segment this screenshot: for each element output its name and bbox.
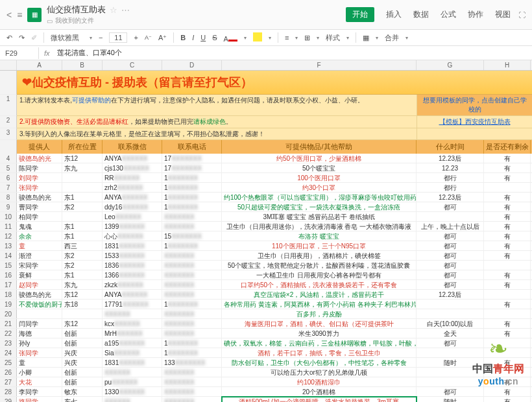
select-all[interactable] (0, 60, 17, 70)
cell[interactable]: 有 (484, 154, 531, 163)
cell[interactable]: 兴庆 (62, 358, 103, 367)
row-num[interactable]: 20 (0, 309, 17, 318)
cell[interactable]: 赵同学 (17, 280, 62, 289)
row-num[interactable]: 14 (0, 251, 17, 260)
tab-start[interactable]: 开始 (346, 7, 374, 22)
cell[interactable]: 布洛芬 暖宝宝 (222, 231, 417, 241)
cell[interactable]: 随时 (417, 397, 484, 402)
cell[interactable]: 海量医用口罩，酒精，碘伏、创口贴（还可提供茶叶 (222, 319, 417, 328)
cell[interactable]: XXXXXXX (162, 280, 222, 289)
cell[interactable]: 鬼魂 (17, 222, 62, 231)
cell[interactable] (62, 173, 103, 182)
cell[interactable]: 110个医用口罩，三十个N95口罩 (222, 241, 417, 250)
col-G[interactable]: G (417, 60, 484, 70)
row-num[interactable]: 6 (0, 173, 17, 182)
cell[interactable]: 1831XXXXXX (103, 241, 162, 250)
table-row[interactable]: 6刘同学RRXXXXXX1XXXXXXX100个医用口罩都行有 (0, 173, 532, 183)
cell[interactable]: 东2 (62, 202, 103, 211)
cell[interactable]: zkzkXXXXXX (103, 280, 162, 289)
cell[interactable]: 100个医用口罩 (222, 173, 417, 182)
cell[interactable]: 孙ly (17, 338, 62, 348)
cell[interactable]: 有 (484, 397, 531, 402)
cell[interactable]: 17XXXXXXX (162, 154, 222, 163)
cell[interactable]: 碘伏，双氧水，棉签，云南白药，三金桂林咽喉糖，甲钴胺，叶酸，胃药 (222, 338, 417, 348)
cell[interactable]: 133XXXXXXX (162, 358, 222, 367)
border-button[interactable]: ⊞ (304, 34, 310, 42)
cell[interactable]: 50个暖宝宝，地贫靶他定分散片，盐酸西替利嗪，莲花清瘟胶囊 (222, 261, 417, 270)
merge-button[interactable]: 合并 (385, 33, 399, 43)
align-button[interactable]: ≡ (285, 34, 289, 41)
cell[interactable]: 有 (484, 222, 531, 231)
cell[interactable]: 东1 (62, 270, 103, 279)
cell[interactable]: 都可 (417, 202, 484, 211)
cell[interactable]: SiaXXXXXX (103, 348, 162, 357)
row-num[interactable]: 9 (0, 202, 17, 211)
tab-collab[interactable]: 协作 (468, 9, 483, 20)
cell[interactable]: 柏同学 (17, 212, 62, 221)
cell[interactable] (484, 290, 531, 299)
row-num[interactable]: 7 (0, 183, 17, 192)
row-num[interactable]: 21 (0, 319, 17, 328)
cell[interactable]: 1XXXXXXX (162, 202, 222, 211)
cell[interactable]: 东12 (62, 290, 103, 299)
underline-button[interactable]: U (200, 34, 206, 41)
cell[interactable]: 各种常用药 黄连素，阿莫西林，有两个小药箱 各种夹子 利巴韦林片，吗丁啉，感冒灵… (222, 300, 417, 309)
cell[interactable] (62, 309, 103, 318)
cell[interactable]: 都可 (417, 241, 484, 250)
col-A[interactable]: A (17, 60, 62, 70)
cell[interactable]: 12.23后 (417, 290, 484, 299)
cell[interactable] (417, 212, 484, 221)
cell[interactable]: 随时 (417, 358, 484, 367)
table-row[interactable]: 14渐澄东21533XXXXXXXXXXXXX卫生巾（日用夜用），酒精棉片，碘伏… (0, 251, 532, 261)
cell[interactable]: 防水创可贴，卫生巾（大包小包都有），中性笔芯，各种零食 (222, 358, 417, 367)
row-num[interactable]: 10 (0, 212, 17, 221)
font-inc[interactable]: + (134, 34, 138, 41)
cell[interactable]: 陈同学 (17, 163, 62, 172)
row-num[interactable]: 28 (0, 387, 17, 396)
redo-icon[interactable]: ↷ (19, 34, 25, 42)
row-num[interactable]: 12 (0, 231, 17, 241)
cell[interactable]: 1836XXXXXX (103, 261, 162, 270)
row-num[interactable]: 23 (0, 338, 17, 348)
row-num[interactable]: 17 (0, 280, 17, 289)
cell[interactable]: 约30个口罩 (222, 183, 417, 192)
cell[interactable]: 张同学 (17, 348, 62, 357)
cell[interactable]: ANYAXXXXXX (103, 193, 162, 202)
cell[interactable]: 1XXXXXXX (162, 193, 222, 202)
cell[interactable]: 1XXXXXXX (162, 338, 222, 348)
table-row[interactable]: 4骏德岛的光东12ANYAXXXXXX17XXXXXXX约50个医用口罩，少量酒… (0, 154, 532, 163)
cell[interactable]: 有 (484, 329, 531, 338)
cell[interactable]: 约100酒精湿巾 (222, 377, 417, 386)
more-icon[interactable]: ⋯ (121, 5, 130, 15)
fx-icon[interactable]: fx (39, 49, 55, 57)
table-row[interactable]: 26小卿创新XXXXXXXXXXXXX可以给压力大or犯了的兄弟做几顿 (0, 368, 532, 377)
cell[interactable]: 东18 (62, 300, 103, 309)
a-dec[interactable]: A⁻ (145, 34, 152, 41)
cell[interactable]: 都可 (417, 231, 484, 241)
cell[interactable]: 有 (484, 358, 531, 367)
table-row[interactable]: 10柏同学LeoXXXXXXXXXXXXX3M耳塞 暖宝宝 感冒药品若干 卷纸抽… (0, 212, 532, 222)
expand-icon[interactable]: ⛶ (518, 11, 526, 19)
cell[interactable]: 小卿 (17, 368, 62, 377)
cell[interactable]: 都行 (417, 173, 484, 182)
row-num[interactable]: 25 (0, 358, 17, 367)
cell[interactable]: 1366XXXXXX (103, 270, 162, 279)
back-icon[interactable]: < (6, 10, 12, 20)
cell[interactable]: 宋同学 (17, 261, 62, 270)
cell[interactable] (484, 368, 531, 377)
cell[interactable]: 骏德岛的光 (17, 154, 62, 163)
cell[interactable]: ANYAXXXXXX (103, 154, 162, 163)
italic-button[interactable]: I (192, 34, 194, 41)
cell[interactable]: 全天 (417, 329, 484, 338)
table-row[interactable]: 25童兴庆1831XXXXXX133XXXXXXX防水创可贴，卫生巾（大包小包都… (0, 358, 532, 368)
cell[interactable]: 余余 (17, 231, 62, 241)
cell[interactable]: 有 (484, 377, 531, 386)
cell[interactable]: 12.23 (417, 163, 484, 172)
cell[interactable]: 可以给压力大or犯了的兄弟做几顿 (222, 368, 417, 377)
table-row[interactable]: 8骏德岛的光东1ANYAXXXXXX1XXXXXXX约100个热敷眼罩（可以当暖… (0, 193, 532, 202)
cell[interactable]: 渐澄 (17, 251, 62, 260)
fill-color[interactable] (253, 32, 262, 43)
cell[interactable]: 约50个医用口罩，少量酒精棉 (222, 154, 417, 163)
cell[interactable]: 1XXXXXXX (162, 241, 222, 250)
cell[interactable]: RRXXXXXX (103, 173, 162, 182)
